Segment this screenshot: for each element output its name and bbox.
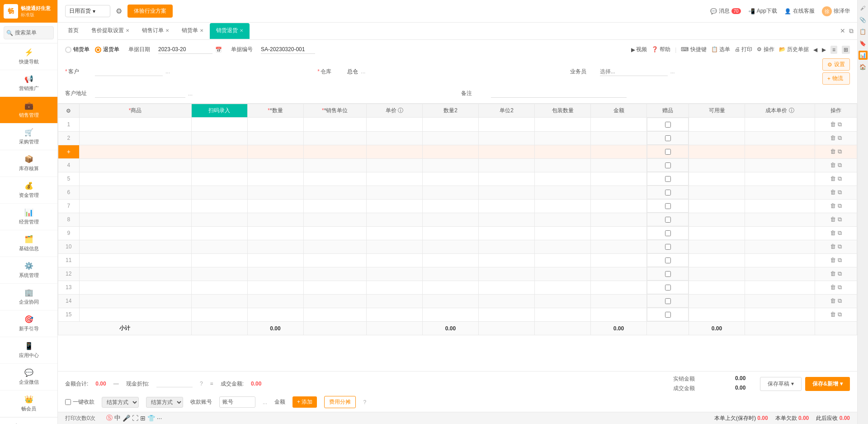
cell-price-7[interactable]: [367, 199, 423, 213]
cell-sale-unit-13[interactable]: [303, 281, 367, 294]
cell-pack-qty-13[interactable]: [535, 281, 591, 294]
cell-product-14[interactable]: [79, 294, 191, 308]
save-new-button[interactable]: 保存&新增 ▾: [805, 377, 850, 391]
cell-unit2-11[interactable]: [479, 253, 535, 267]
cell-pack-qty-7[interactable]: [535, 199, 591, 213]
cell-quantity-5[interactable]: [247, 172, 303, 186]
copy-icon-15[interactable]: ⧉: [838, 311, 842, 318]
restore-tab-btn[interactable]: ⧉: [849, 27, 854, 35]
sidebar-item-basic[interactable]: 🗂️ 基础信息: [0, 230, 57, 257]
cell-quantity2-14[interactable]: [423, 294, 479, 308]
cell-gift-12[interactable]: [647, 267, 689, 281]
cell-gift-11[interactable]: [647, 253, 689, 267]
delete-icon-8[interactable]: 🗑: [830, 216, 836, 223]
cell-sale-unit-12[interactable]: [303, 267, 367, 281]
cell-amount-7[interactable]: [591, 199, 647, 213]
tab-close-sales-delivery[interactable]: ✕: [200, 28, 203, 33]
search-menu-button[interactable]: 🔍 搜索菜单: [4, 26, 54, 39]
cell-product-9[interactable]: [79, 226, 191, 240]
cell-pack-qty-5[interactable]: [535, 172, 591, 186]
cell-quantity2-11[interactable]: [423, 253, 479, 267]
user-menu-button[interactable]: 徐 徐泽华: [822, 6, 850, 16]
customer-dots[interactable]: ...: [165, 68, 170, 75]
copy-icon-1[interactable]: ⧉: [838, 121, 842, 128]
cell-gift-3[interactable]: [647, 145, 689, 158]
gift-checkbox-12[interactable]: [665, 271, 671, 277]
logistics-btn[interactable]: + 物流: [822, 72, 850, 85]
cell-sale-unit-15[interactable]: [303, 308, 367, 322]
copy-icon-9[interactable]: ⧉: [838, 229, 842, 237]
gift-checkbox-3[interactable]: [665, 149, 671, 155]
cell-price-1[interactable]: [367, 118, 423, 132]
cell-quantity-7[interactable]: [247, 199, 303, 213]
close-tab-btn[interactable]: ✕: [840, 27, 845, 35]
delete-icon-7[interactable]: 🗑: [830, 202, 836, 210]
cell-unit2-7[interactable]: [479, 199, 535, 213]
cell-quantity-8[interactable]: [247, 213, 303, 226]
cell-product-12[interactable]: [79, 267, 191, 281]
staff-dots[interactable]: ...: [670, 68, 675, 75]
delete-icon-1[interactable]: 🗑: [830, 121, 836, 128]
list-view-icon[interactable]: ≡: [830, 46, 837, 54]
topbar-gear-icon[interactable]: ⚙: [116, 7, 122, 15]
cell-quantity-14[interactable]: [247, 294, 303, 308]
print-btn[interactable]: 🖨 打印: [735, 46, 752, 53]
gift-checkbox-10[interactable]: [665, 244, 671, 250]
cell-unit2-15[interactable]: [479, 308, 535, 322]
cell-sale-unit-2[interactable]: [303, 131, 367, 145]
cell-product-11[interactable]: [79, 253, 191, 267]
qp-item1[interactable]: 🖋: [859, 4, 868, 13]
one-click-payment-checkbox[interactable]: [65, 399, 71, 405]
cell-sale-unit-5[interactable]: [303, 172, 367, 186]
cell-quantity-11[interactable]: [247, 253, 303, 267]
account-dots[interactable]: ...: [263, 399, 267, 405]
qp-item6[interactable]: 🏠: [859, 62, 868, 71]
cell-pack-qty-15[interactable]: [535, 308, 591, 322]
cell-gift-13[interactable]: [647, 281, 689, 294]
cell-sale-unit-3[interactable]: [303, 145, 367, 158]
gift-checkbox-11[interactable]: [665, 257, 671, 263]
tab-sales-return[interactable]: 销货退货 ✕: [210, 23, 250, 39]
delete-icon-6[interactable]: 🗑: [830, 189, 836, 196]
cell-quantity2-15[interactable]: [423, 308, 479, 322]
copy-icon-8[interactable]: ⧉: [838, 216, 842, 223]
gift-checkbox-2[interactable]: [665, 135, 671, 141]
cell-price-9[interactable]: [367, 226, 423, 240]
cell-price-4[interactable]: [367, 158, 423, 172]
cell-gift-8[interactable]: [647, 213, 689, 226]
tab-sales-delivery[interactable]: 销货单 ✕: [175, 23, 210, 39]
delete-icon-14[interactable]: 🗑: [830, 297, 836, 305]
shortcut-btn[interactable]: ⌨ 快捷键: [681, 46, 706, 53]
cell-amount-8[interactable]: [591, 213, 647, 226]
cell-quantity-13[interactable]: [247, 281, 303, 294]
cell-quantity-1[interactable]: [247, 118, 303, 132]
col-gear[interactable]: ⚙: [58, 104, 80, 118]
delete-icon-4[interactable]: 🗑: [830, 162, 836, 169]
cell-product-1[interactable]: [79, 118, 191, 132]
cell-product-5[interactable]: [79, 172, 191, 186]
qp-item2[interactable]: 📎: [859, 15, 868, 24]
cell-quantity2-7[interactable]: [423, 199, 479, 213]
gift-checkbox-13[interactable]: [665, 285, 671, 291]
calc-method-select[interactable]: 结算方式: [146, 397, 183, 408]
copy-icon-14[interactable]: ⧉: [838, 297, 842, 305]
date-value[interactable]: 2023-03-20: [158, 45, 212, 54]
add-button[interactable]: + 添加: [292, 396, 317, 408]
cell-sale-unit-6[interactable]: [303, 186, 367, 199]
cell-sale-unit-11[interactable]: [303, 253, 367, 267]
delete-icon-3[interactable]: 🗑: [830, 148, 836, 155]
qp-item3[interactable]: 📋: [859, 27, 868, 36]
cell-quantity2-3[interactable]: [423, 145, 479, 158]
history-btn[interactable]: 📂 历史单据: [779, 46, 809, 53]
arrow-left-icon[interactable]: ◀: [813, 47, 817, 53]
cell-sale-unit-1[interactable]: [303, 118, 367, 132]
gift-checkbox-9[interactable]: [665, 230, 671, 236]
cell-pack-qty-2[interactable]: [535, 131, 591, 145]
cell-quantity2-9[interactable]: [423, 226, 479, 240]
sidebar-item-member[interactable]: 👑 畅会员: [0, 391, 57, 417]
copy-icon-11[interactable]: ⧉: [838, 257, 842, 264]
cell-quantity2-12[interactable]: [423, 267, 479, 281]
cell-pack-qty-11[interactable]: [535, 253, 591, 267]
cell-pack-qty-3[interactable]: [535, 145, 591, 158]
col-scan[interactable]: 扫码录入: [191, 104, 247, 118]
